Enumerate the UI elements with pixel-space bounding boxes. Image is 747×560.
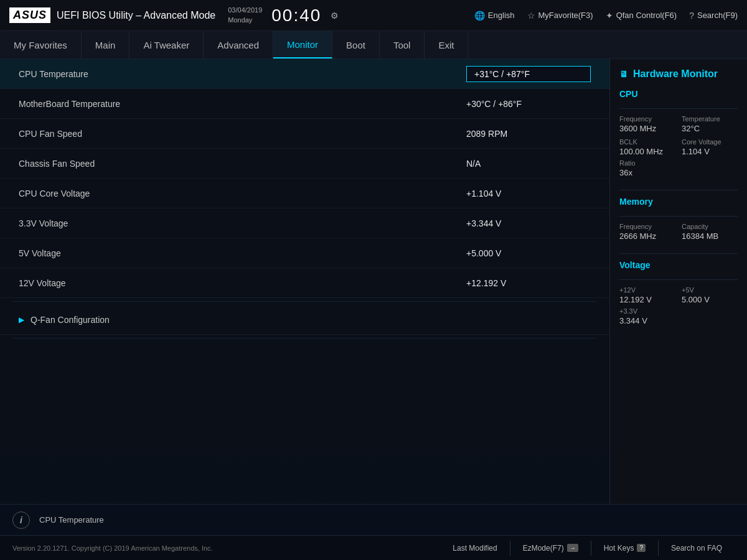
qfan-config-section[interactable]: ▶ Q-Fan Configuration	[0, 305, 609, 335]
memory-grid: Frequency 2666 MHz Capacity 16384 MB	[619, 223, 738, 241]
v33-item: +3.3V 3.344 V	[619, 307, 738, 325]
fan-icon: ✦	[606, 11, 613, 21]
cpu-temperature-label: Temperature	[682, 115, 738, 123]
favorite-icon: ☆	[527, 11, 535, 21]
v5-voltage-label: 5V Voltage	[19, 248, 466, 258]
ez-mode-icon: →	[567, 544, 578, 552]
v5-voltage-value: +5.000 V	[466, 248, 591, 258]
nav-advanced[interactable]: Advanced	[204, 31, 273, 58]
globe-icon: 🌐	[474, 11, 485, 21]
cpu-section: CPU Frequency 3600 MHz Temperature 32°C …	[619, 89, 738, 177]
cpu-temp-value: +31°C / +87°F	[466, 66, 591, 82]
voltage-section-title: Voltage	[619, 260, 738, 273]
v5-value: 5.000 V	[682, 295, 738, 304]
memory-divider	[619, 216, 738, 217]
v33-voltage-label: 3.3V Voltage	[19, 218, 466, 228]
gear-icon[interactable]: ⚙	[331, 11, 339, 21]
info-bar: i CPU Temperature	[0, 504, 747, 535]
cpu-bclk-label: BCLK	[619, 138, 675, 146]
myfavorite-label: MyFavorite(F3)	[538, 11, 593, 20]
v12-item: +12V 12.192 V	[619, 286, 675, 304]
nav-ai-tweaker[interactable]: Ai Tweaker	[129, 31, 204, 58]
memory-frequency-value: 2666 MHz	[619, 231, 675, 241]
table-row[interactable]: CPU Temperature +31°C / +87°F	[0, 59, 609, 89]
table-row[interactable]: 3.3V Voltage +3.344 V	[0, 208, 609, 238]
last-modified-label: Last Modified	[453, 544, 497, 553]
mb-temp-value: +30°C / +86°F	[466, 99, 591, 109]
nav-boot[interactable]: Boot	[332, 31, 380, 58]
cpu-temperature-value: 32°C	[682, 124, 738, 133]
navbar: My Favorites Main Ai Tweaker Advanced Mo…	[0, 31, 747, 59]
nav-exit[interactable]: Exit	[425, 31, 468, 58]
version-text: Version 2.20.1271. Copyright (C) 2019 Am…	[12, 544, 213, 552]
table-row[interactable]: Chassis Fan Speed N/A	[0, 149, 609, 179]
nav-my-favorites[interactable]: My Favorites	[0, 31, 82, 58]
info-icon: i	[12, 511, 30, 529]
memory-capacity-value: 16384 MB	[682, 231, 738, 241]
language-button[interactable]: 🌐 English	[474, 11, 515, 21]
cpu-divider	[619, 108, 738, 109]
cpu-core-voltage-label: CPU Core Voltage	[19, 189, 466, 198]
header: ASUS UEFI BIOS Utility – Advanced Mode 0…	[0, 0, 747, 31]
memory-section: Memory Frequency 2666 MHz Capacity 16384…	[619, 197, 738, 241]
chassis-fan-value: N/A	[466, 159, 591, 169]
date-display: 03/04/2019	[228, 6, 262, 15]
hot-keys-button[interactable]: Hot Keys ?	[591, 541, 659, 556]
cpu-frequency-item: Frequency 3600 MHz	[619, 115, 675, 133]
search-faq-label: Search on FAQ	[671, 544, 722, 553]
cpu-temperature-item: Temperature 32°C	[682, 115, 738, 133]
ez-mode-button[interactable]: EzMode(F7) →	[510, 541, 591, 556]
v12-label: +12V	[619, 286, 675, 294]
cpu-core-voltage-item: Core Voltage 1.104 V	[682, 138, 738, 156]
ez-mode-label: EzMode(F7)	[523, 544, 564, 553]
cpu-ratio-value: 36x	[619, 168, 738, 177]
section-divider-2	[619, 253, 738, 254]
content-area: CPU Temperature +31°C / +87°F MotherBoar…	[0, 59, 610, 504]
search-faq-button[interactable]: Search on FAQ	[659, 541, 735, 556]
date-info: 03/04/2019 Monday	[228, 6, 262, 25]
table-row[interactable]: MotherBoard Temperature +30°C / +86°F	[0, 89, 609, 119]
search-button[interactable]: ? Search(F9)	[689, 11, 738, 21]
memory-section-title: Memory	[619, 197, 738, 210]
cpu-frequency-value: 3600 MHz	[619, 124, 675, 133]
table-row[interactable]: CPU Core Voltage +1.104 V	[0, 179, 609, 208]
v5-item: +5V 5.000 V	[682, 286, 738, 304]
cpu-frequency-label: Frequency	[619, 115, 675, 123]
footer: Version 2.20.1271. Copyright (C) 2019 Am…	[0, 535, 747, 560]
hot-keys-label: Hot Keys	[604, 544, 634, 553]
v12-voltage-value: +12.192 V	[466, 278, 591, 288]
main-layout: CPU Temperature +31°C / +87°F MotherBoar…	[0, 59, 747, 504]
cpu-ratio-label: Ratio	[619, 159, 738, 167]
voltage-section: Voltage +12V 12.192 V +5V 5.000 V +3.3V …	[619, 260, 738, 325]
clock-area: 03/04/2019 Monday 00:40 ⚙	[228, 6, 339, 26]
last-modified-button[interactable]: Last Modified	[440, 541, 510, 556]
arrow-icon: ▶	[19, 315, 24, 324]
v33-label: +3.3V	[619, 307, 738, 315]
qfan-button[interactable]: ✦ Qfan Control(F6)	[606, 11, 677, 21]
cpu-bclk-value: 100.00 MHz	[619, 147, 675, 156]
nav-main[interactable]: Main	[82, 31, 130, 58]
info-text: CPU Temperature	[39, 515, 104, 525]
search-label: Search(F9)	[697, 11, 738, 20]
cpu-core-voltage-value-s: 1.104 V	[682, 147, 738, 156]
table-row[interactable]: 5V Voltage +5.000 V	[0, 238, 609, 268]
v12-voltage-label: 12V Voltage	[19, 278, 466, 288]
divider	[12, 301, 597, 302]
nav-tool[interactable]: Tool	[380, 31, 425, 58]
hardware-monitor-sidebar: 🖥 Hardware Monitor CPU Frequency 3600 MH…	[610, 59, 747, 504]
language-label: English	[488, 11, 515, 20]
cpu-grid: Frequency 3600 MHz Temperature 32°C BCLK…	[619, 115, 738, 156]
qfan-label: Qfan Control(F6)	[616, 11, 677, 20]
cpu-fan-value: 2089 RPM	[466, 129, 591, 139]
table-row[interactable]: CPU Fan Speed 2089 RPM	[0, 119, 609, 149]
nav-monitor[interactable]: Monitor	[273, 31, 332, 58]
table-row[interactable]: 12V Voltage +12.192 V	[0, 268, 609, 298]
myfavorite-button[interactable]: ☆ MyFavorite(F3)	[527, 11, 593, 21]
clock-time: 00:40	[271, 6, 321, 26]
sidebar-title: 🖥 Hardware Monitor	[619, 68, 738, 80]
header-right: 🌐 English ☆ MyFavorite(F3) ✦ Qfan Contro…	[474, 11, 738, 21]
cpu-bclk-item: BCLK 100.00 MHz	[619, 138, 675, 156]
asus-logo: ASUS	[9, 7, 50, 23]
v5-label: +5V	[682, 286, 738, 294]
memory-frequency-label: Frequency	[619, 223, 675, 230]
